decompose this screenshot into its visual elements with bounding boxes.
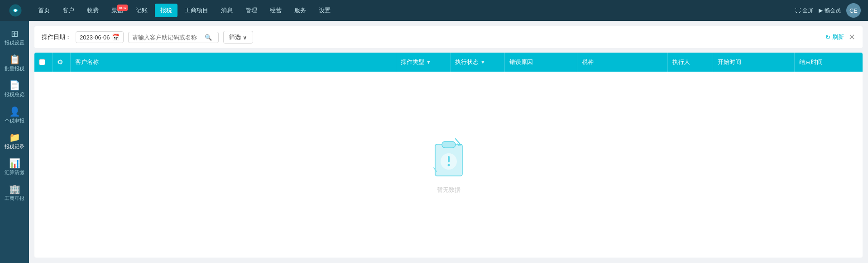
sidebar-item-3[interactable]: 👤 个税申报 (0, 102, 29, 128)
svg-rect-4 (442, 141, 456, 148)
sidebar-label-3: 个税申报 (5, 118, 24, 124)
top-navigation: 首页客户收费票据new记账报税工商项目消息管理经营服务设置 ⛶ 全屏 ▶ 畅会员… (0, 0, 868, 21)
search-icon[interactable]: 🔍 (205, 34, 212, 41)
table-header: ⚙ 客户名称 操作类型 ▼ 执行状态 ▼ 错误原因 税种 (34, 53, 863, 72)
nav-item-6[interactable]: 工商项目 (179, 4, 214, 17)
sidebar-item-2[interactable]: 📄 报税总览 (0, 76, 29, 102)
search-box: 🔍 (128, 32, 219, 43)
top-nav-right: ⛶ 全屏 ▶ 畅会员 CE (795, 3, 861, 18)
th-end-time: 结束时间 (795, 53, 863, 72)
th-tax-type-label: 税种 (582, 58, 594, 66)
sidebar-icon-6: 🏢 (9, 185, 20, 194)
refresh-label: 刷新 (832, 33, 844, 41)
content-area: 操作日期： 2023-06-06 📅 🔍 筛选 ∨ ↻ 刷新 ✕ (29, 21, 868, 263)
svg-point-1 (14, 9, 17, 12)
th-tax-type: 税种 (577, 53, 668, 72)
new-badge: new (117, 5, 128, 11)
refresh-button[interactable]: ↻ 刷新 (825, 33, 844, 41)
member-button[interactable]: ▶ 畅会员 (819, 7, 841, 15)
date-label: 操作日期： (42, 33, 71, 41)
date-picker[interactable]: 2023-06-06 📅 (76, 31, 124, 43)
sidebar-label-2: 报税总览 (5, 92, 24, 97)
chevron-down-icon: ∨ (243, 34, 247, 41)
svg-point-7 (447, 164, 450, 166)
filter-bar: 操作日期： 2023-06-06 📅 🔍 筛选 ∨ ↻ 刷新 ✕ (34, 26, 863, 48)
nav-item-11[interactable]: 设置 (313, 4, 336, 17)
th-executor-label: 执行人 (672, 58, 690, 66)
nav-item-7[interactable]: 消息 (216, 4, 238, 17)
sidebar-item-0[interactable]: ⊞ 报税设置 (0, 24, 29, 50)
empty-state: 暂无数据 (428, 135, 469, 194)
sidebar-icon-0: ⊞ (11, 29, 19, 38)
nav-item-9[interactable]: 经营 (264, 4, 287, 17)
table-body: 暂无数据 (34, 72, 863, 258)
sidebar-label-5: 汇算清缴 (5, 170, 24, 175)
th-start-time: 开始时间 (713, 53, 795, 72)
th-start-time-label: 开始时间 (718, 58, 741, 66)
nav-item-1[interactable]: 客户 (57, 4, 80, 17)
sidebar-label-0: 报税设置 (5, 40, 24, 46)
sidebar-icon-5: 📊 (9, 159, 20, 168)
filter-label: 筛选 (229, 33, 241, 41)
nav-item-0[interactable]: 首页 (33, 4, 55, 17)
sort-icon[interactable]: ▼ (426, 59, 431, 65)
sidebar-icon-4: 📁 (9, 133, 20, 142)
main-layout: ⊞ 报税设置 📋 批量报税 📄 报税总览 👤 个税申报 📁 报税记录 📊 汇算清… (0, 21, 868, 263)
sidebar-label-6: 工商年报 (5, 195, 24, 201)
avatar[interactable]: CE (846, 3, 861, 18)
nav-item-2[interactable]: 收费 (82, 4, 104, 17)
sidebar-label-1: 批量报税 (5, 66, 24, 72)
date-value: 2023-06-06 (80, 34, 110, 41)
th-exec-status-label: 执行状态 (455, 58, 479, 66)
nav-item-8[interactable]: 管理 (240, 4, 263, 17)
th-end-time-label: 结束时间 (799, 58, 823, 66)
fullscreen-label: 全屏 (802, 7, 813, 15)
table-container: ⚙ 客户名称 操作类型 ▼ 执行状态 ▼ 错误原因 税种 (34, 53, 863, 258)
sidebar: ⊞ 报税设置 📋 批量报税 📄 报税总览 👤 个税申报 📁 报税记录 📊 汇算清… (0, 21, 29, 263)
sidebar-item-6[interactable]: 🏢 工商年报 (0, 180, 29, 206)
sidebar-icon-2: 📄 (9, 81, 20, 90)
calendar-icon: 📅 (112, 34, 120, 41)
nav-item-5[interactable]: 报税 (155, 4, 177, 17)
svg-rect-6 (448, 156, 450, 162)
gear-icon[interactable]: ⚙ (57, 58, 63, 66)
close-button[interactable]: ✕ (849, 33, 855, 41)
sidebar-item-5[interactable]: 📊 汇算清缴 (0, 154, 29, 180)
empty-text: 暂无数据 (437, 186, 460, 194)
th-client-name-label: 客户名称 (75, 58, 99, 66)
sidebar-item-4[interactable]: 📁 报税记录 (0, 128, 29, 154)
search-input[interactable] (132, 34, 205, 41)
member-icon: ▶ (819, 7, 823, 14)
empty-illustration (428, 135, 469, 180)
select-all-checkbox[interactable] (39, 59, 45, 65)
th-error-reason: 错误原因 (505, 53, 577, 72)
fullscreen-icon: ⛶ (795, 7, 801, 14)
nav-items: 首页客户收费票据new记账报税工商项目消息管理经营服务设置 (33, 4, 795, 17)
app-logo[interactable] (7, 2, 24, 19)
sidebar-icon-1: 📋 (9, 55, 20, 64)
refresh-icon: ↻ (825, 34, 830, 41)
th-error-reason-label: 错误原因 (509, 58, 533, 66)
sidebar-label-4: 报税记录 (5, 144, 24, 150)
nav-item-4[interactable]: 记账 (130, 4, 153, 17)
filter-button[interactable]: 筛选 ∨ (223, 31, 253, 44)
th-operation-type-label: 操作类型 (401, 58, 424, 66)
th-checkbox (34, 53, 53, 72)
fullscreen-button[interactable]: ⛶ 全屏 (795, 7, 813, 15)
th-operation-type: 操作类型 ▼ (396, 53, 451, 72)
nav-item-10[interactable]: 服务 (289, 4, 312, 17)
sidebar-icon-3: 👤 (9, 107, 20, 116)
sort-icon-2[interactable]: ▼ (480, 59, 485, 65)
th-executor: 执行人 (668, 53, 713, 72)
nav-item-3[interactable]: 票据new (106, 4, 129, 17)
th-exec-status: 执行状态 ▼ (451, 53, 505, 72)
sidebar-item-1[interactable]: 📋 批量报税 (0, 50, 29, 76)
th-client-name: 客户名称 (71, 53, 396, 72)
th-gear: ⚙ (53, 53, 71, 72)
member-label: 畅会员 (825, 7, 841, 15)
avatar-text: CE (849, 7, 858, 14)
